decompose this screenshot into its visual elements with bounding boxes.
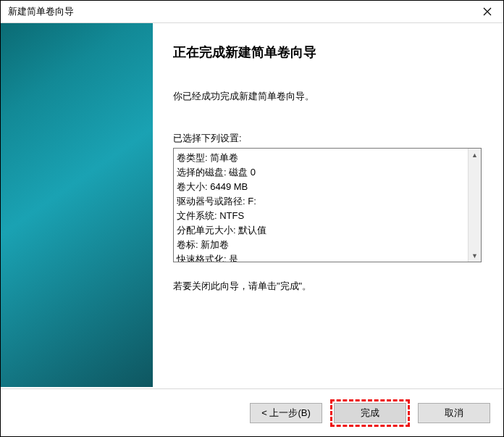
setting-row: 选择的磁盘: 磁盘 0: [177, 165, 465, 180]
close-button[interactable]: [471, 1, 503, 22]
setting-row: 文件系统: NTFS: [177, 209, 465, 223]
page-heading: 正在完成新建简单卷向导: [173, 43, 482, 61]
window-title: 新建简单卷向导: [8, 5, 471, 18]
settings-scrollbar[interactable]: ▲ ▼: [468, 149, 481, 262]
wizard-sidebar-image: [1, 23, 153, 387]
setting-row: 快速格式化: 是: [177, 252, 465, 262]
wizard-main: 正在完成新建简单卷向导 你已经成功完成新建简单卷向导。 已选择下列设置: 卷类型…: [153, 23, 503, 387]
settings-box: 卷类型: 简单卷 选择的磁盘: 磁盘 0 卷大小: 6449 MB 驱动器号或路…: [173, 148, 482, 262]
setting-row: 分配单元大小: 默认值: [177, 223, 465, 238]
settings-list: 卷类型: 简单卷 选择的磁盘: 磁盘 0 卷大小: 6449 MB 驱动器号或路…: [174, 149, 468, 262]
closing-instruction: 若要关闭此向导，请单击"完成"。: [173, 280, 482, 293]
wizard-window: 新建简单卷向导 正在完成新建简单卷向导 你已经成功完成新建简单卷向导。 已选择下…: [0, 0, 504, 437]
back-button[interactable]: < 上一步(B): [250, 403, 322, 423]
close-icon: [483, 7, 492, 16]
setting-row: 卷标: 新加卷: [177, 238, 465, 252]
wizard-footer: < 上一步(B) 完成 取消: [1, 388, 503, 436]
scroll-up-icon[interactable]: ▲: [469, 149, 481, 161]
completed-message: 你已经成功完成新建简单卷向导。: [173, 90, 482, 103]
wizard-body: 正在完成新建简单卷向导 你已经成功完成新建简单卷向导。 已选择下列设置: 卷类型…: [1, 23, 503, 387]
setting-row: 卷类型: 简单卷: [177, 151, 465, 165]
scroll-down-icon[interactable]: ▼: [469, 249, 481, 262]
setting-row: 驱动器号或路径: F:: [177, 194, 465, 209]
selected-settings-label: 已选择下列设置:: [173, 132, 482, 145]
cancel-button[interactable]: 取消: [418, 403, 490, 423]
finish-button[interactable]: 完成: [334, 403, 406, 423]
setting-row: 卷大小: 6449 MB: [177, 180, 465, 194]
titlebar: 新建简单卷向导: [1, 1, 503, 23]
